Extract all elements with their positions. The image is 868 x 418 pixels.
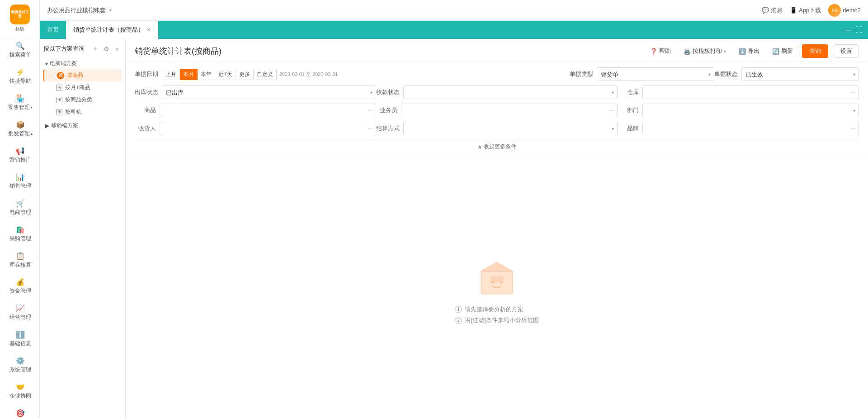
scheme-item-by-category[interactable]: 按 按商品分类	[43, 94, 122, 106]
svg-point-6	[500, 282, 502, 284]
sidebar-item-quick-nav[interactable]: ⚡ 快捷导航	[0, 63, 39, 90]
home-tab-label: 首页	[47, 26, 59, 34]
query-button[interactable]: 查询	[802, 44, 828, 58]
scheme-item-by-cashier[interactable]: 按 按司机	[43, 106, 122, 118]
doc-type-label: 单据类型	[570, 70, 597, 78]
collect-status-input[interactable]	[403, 86, 618, 99]
warehouse-dots-icon[interactable]: ···	[851, 89, 855, 95]
recipient-dots-icon[interactable]: ···	[368, 125, 373, 132]
settings-button[interactable]: 设置	[834, 44, 859, 58]
marketing-icon: 📢	[16, 147, 25, 155]
scheme-item-label: 按司机	[65, 108, 81, 116]
scheme-item-by-month-product[interactable]: 按 按月+商品	[43, 81, 122, 94]
salesperson-dots-icon[interactable]: ···	[609, 107, 614, 114]
sidebar-item-inventory[interactable]: 📋 库存核算	[0, 247, 39, 273]
help-icon: ❓	[650, 48, 657, 55]
doc-type-select[interactable]: 销货单	[597, 67, 714, 81]
sidebar-item-label: 企业协同	[9, 392, 31, 400]
department-select[interactable]	[642, 104, 859, 117]
sidebar-item-purchase[interactable]: 🛍️ 采购管理	[0, 221, 39, 247]
scheme-group-pc-label: 电脑端方案	[50, 60, 77, 67]
help-label: 帮助	[659, 47, 671, 55]
refresh-button[interactable]: 🔄 刷新	[769, 45, 797, 57]
scheme-group-mobile-title[interactable]: ▶ 移动端方案	[43, 120, 122, 131]
sidebar-item-retail[interactable]: 🏪 零售管理▾	[0, 90, 39, 116]
brand-dots-icon[interactable]: ···	[851, 125, 855, 132]
this-year-button[interactable]: 本年	[198, 69, 215, 80]
filter-item-doc-status: 单据状态 已生效 ▾	[714, 67, 859, 81]
operations-icon: 📈	[16, 304, 25, 313]
settlement-control: ▾	[403, 122, 618, 135]
sidebar-item-label: 快捷导航	[9, 77, 31, 85]
empty-illustration	[470, 253, 524, 300]
product-label: 商品	[135, 106, 160, 114]
tab-close-icon[interactable]: ✕	[146, 27, 151, 33]
sidebar-item-marketing[interactable]: 📢 营销推广	[0, 142, 39, 168]
settings-scheme-button[interactable]: ⚙	[102, 44, 111, 53]
user-profile-button[interactable]: Ea demo2	[828, 4, 861, 17]
main-wrapper: 办公用品行业模拟账套 ▾ 💬 消息 📱 App下载 Ea demo2 首页	[40, 0, 868, 418]
inventory-icon: 📋	[16, 252, 25, 260]
salesperson-input[interactable]	[401, 104, 618, 117]
system-icon: ⚙️	[16, 356, 25, 365]
settlement-select[interactable]	[403, 122, 618, 135]
filter-item-doc-type: 单据类型 销货单 ▾	[570, 67, 714, 81]
tab-bar-extra: — ⛶	[844, 26, 868, 34]
header-dropdown-icon[interactable]: ▾	[109, 8, 112, 13]
warehouse-input[interactable]	[642, 86, 859, 99]
tab-sales-stats[interactable]: 销货单统计计表（按商品） ✕	[66, 21, 158, 39]
content-area: 按以下方案查询 ＋ ⚙ « ▾ 电脑端方案 按 按商品 按 按月	[40, 39, 868, 418]
app-download-button[interactable]: 📱 App下载	[790, 6, 821, 14]
sidebar-item-wholesale[interactable]: 📦 批发管理▴	[0, 116, 39, 142]
scheme-item-icon: 按	[57, 72, 64, 79]
brand-input[interactable]	[642, 122, 859, 135]
sidebar-item-ecom[interactable]: 🛒 电商管理	[0, 195, 39, 221]
filter-area: 单据日期 上月 本月 本年 近7天 更多 自定义 2023-03-01 至 20…	[126, 62, 868, 159]
custom-date-button[interactable]: 自定义	[254, 69, 277, 80]
sidebar-item-newbie[interactable]: 🎯 新手引导	[0, 404, 39, 418]
message-button[interactable]: 💬 消息	[762, 6, 783, 14]
sidebar-item-search[interactable]: 🔍 搜索菜单	[0, 37, 39, 63]
sidebar-item-enterprise[interactable]: 🤝 企业协同	[0, 378, 39, 404]
help-button[interactable]: ❓ 帮助	[646, 45, 675, 57]
sidebar-item-sales[interactable]: 📊 销售管理	[0, 168, 39, 195]
scheme-group-pc-title[interactable]: ▾ 电脑端方案	[43, 58, 122, 69]
collect-status-control: ▾	[403, 86, 618, 99]
doc-status-select[interactable]: 已生效	[741, 67, 859, 81]
add-scheme-button[interactable]: ＋	[91, 44, 100, 53]
collapse-filter-button[interactable]: ∧ 收起更多条件	[135, 140, 859, 153]
sidebar-item-finance[interactable]: 💰 资金管理	[0, 273, 39, 299]
basic-icon: ℹ️	[16, 330, 25, 339]
tip-num-2: 2	[455, 317, 462, 324]
sidebar-item-system[interactable]: ⚙️ 系统管理	[0, 352, 39, 378]
sidebar-item-operations[interactable]: 📈 经营管理	[0, 299, 39, 326]
filter-item-settlement: 结算方式 ▾	[376, 122, 618, 135]
scheme-item-by-product[interactable]: 按 按商品	[43, 69, 122, 81]
sidebar-item-label: 批发管理▴	[8, 130, 33, 138]
product-dots-icon[interactable]: ···	[368, 107, 373, 114]
collapse-up-icon: ∧	[478, 144, 482, 150]
message-icon: 💬	[762, 7, 769, 14]
print-button[interactable]: 🖨️ 按模板打印 ▾	[680, 45, 730, 57]
sidebar-item-label: 经营管理	[9, 314, 31, 321]
tab-home[interactable]: 首页	[40, 21, 66, 39]
tab-minimize-icon[interactable]: —	[844, 26, 852, 34]
export-button[interactable]: ⬇️ 导出	[735, 45, 763, 57]
filter-item-brand: 品牌 ···	[618, 122, 859, 135]
more-date-button[interactable]: 更多	[236, 69, 254, 80]
date-filter-buttons: 上月 本月 本年 近7天 更多 自定义 2023-03-01 至 2023-03…	[162, 69, 338, 80]
product-input[interactable]	[160, 104, 376, 117]
scheme-item-sq-icon: 按	[56, 97, 62, 103]
top-header: 办公用品行业模拟账套 ▾ 💬 消息 📱 App下载 Ea demo2	[40, 0, 868, 21]
sidebar-item-basic[interactable]: ℹ️ 基础信息	[0, 326, 39, 352]
out-status-select[interactable]: 已出库	[162, 86, 376, 99]
collapse-panel-button[interactable]: «	[113, 44, 122, 53]
last-7-days-button[interactable]: 近7天	[215, 69, 236, 80]
last-month-button[interactable]: 上月	[162, 69, 180, 80]
page-title: 销货单统计计表(按商品)	[135, 46, 222, 57]
tab-expand-icon[interactable]: ⛶	[855, 26, 863, 34]
this-month-button[interactable]: 本月	[180, 69, 198, 80]
recipient-input[interactable]	[160, 122, 376, 135]
user-name: demo2	[843, 7, 861, 14]
filter-row-1: 单据日期 上月 本月 本年 近7天 更多 自定义 2023-03-01 至 20…	[135, 67, 859, 81]
